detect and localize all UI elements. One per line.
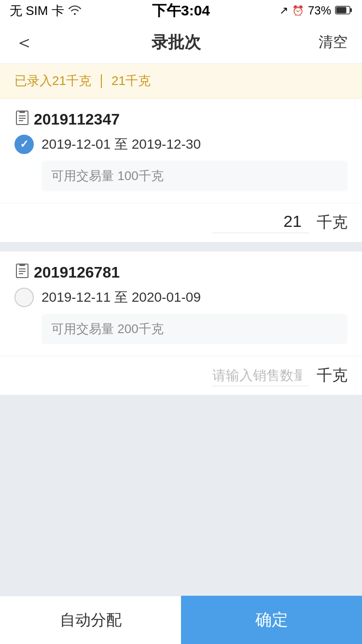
batch2-available-qty: 可用交易量 200千克 bbox=[42, 314, 348, 344]
total-label: 21千克 bbox=[111, 72, 151, 89]
batch1-date-row: ✓ 2019-12-01 至 2019-12-30 bbox=[14, 135, 348, 154]
status-right: ↗ ⏰ 73% bbox=[279, 4, 352, 17]
location-icon: ↗ bbox=[279, 4, 288, 17]
auto-distribute-button[interactable]: 自动分配 bbox=[0, 596, 181, 644]
banner-divider bbox=[101, 74, 102, 88]
batch1-icon bbox=[14, 110, 30, 129]
svg-rect-2 bbox=[336, 7, 347, 14]
clear-button[interactable]: 清空 bbox=[319, 32, 348, 52]
status-bar: 无 SIM 卡 下午3:04 ↗ ⏰ 73% bbox=[0, 0, 362, 21]
batch2-date: 2019-12-11 至 2020-01-09 bbox=[42, 288, 201, 307]
batch2-qty-input[interactable] bbox=[212, 365, 309, 384]
batch1-header: 2019112347 bbox=[14, 110, 348, 129]
alarm-icon: ⏰ bbox=[292, 5, 304, 16]
no-sim-text: 无 SIM 卡 bbox=[10, 2, 64, 19]
batch2-icon bbox=[14, 263, 30, 282]
batch2-id: 2019126781 bbox=[34, 264, 120, 281]
batch-item-2: 2019126781 2019-12-11 至 2020-01-09 可用交易量… bbox=[0, 252, 362, 356]
batch1-input-row: 千克 bbox=[0, 203, 362, 242]
batch1-date: 2019-12-01 至 2019-12-30 bbox=[42, 135, 201, 154]
batch2-radio[interactable] bbox=[14, 288, 34, 307]
batch2-input-row: 千克 bbox=[0, 356, 362, 395]
batch1-radio[interactable]: ✓ bbox=[14, 135, 34, 154]
battery-text: 73% bbox=[308, 4, 331, 17]
batch1-input-container bbox=[212, 212, 309, 233]
confirm-button[interactable]: 确定 bbox=[181, 596, 362, 644]
section-separator bbox=[0, 242, 362, 252]
batch2-input-container bbox=[212, 365, 309, 386]
checkmark-icon: ✓ bbox=[20, 138, 28, 151]
batch1-id: 2019112347 bbox=[34, 111, 120, 128]
svg-rect-4 bbox=[19, 111, 25, 113]
batch2-unit: 千克 bbox=[317, 365, 348, 386]
batch1-qty-input[interactable] bbox=[212, 212, 309, 231]
footer: 自动分配 确定 bbox=[0, 596, 362, 644]
nav-bar: ＜ 录批次 清空 bbox=[0, 21, 362, 64]
back-button[interactable]: ＜ bbox=[14, 29, 34, 56]
battery-icon bbox=[335, 4, 352, 17]
svg-rect-9 bbox=[19, 264, 25, 266]
recorded-label: 已录入21千克 bbox=[14, 72, 91, 89]
status-time: 下午3:04 bbox=[152, 1, 210, 21]
info-banner: 已录入21千克 21千克 bbox=[0, 64, 362, 98]
batch1-available-qty: 可用交易量 100千克 bbox=[42, 161, 348, 191]
page-title: 录批次 bbox=[152, 31, 201, 54]
status-left: 无 SIM 卡 bbox=[10, 2, 82, 19]
batch-item-1: 2019112347 ✓ 2019-12-01 至 2019-12-30 可用交… bbox=[0, 98, 362, 203]
wifi-icon bbox=[68, 3, 82, 18]
batch1-unit: 千克 bbox=[317, 212, 348, 233]
batch2-date-row: 2019-12-11 至 2020-01-09 bbox=[14, 288, 348, 307]
batch2-header: 2019126781 bbox=[14, 263, 348, 282]
bottom-area bbox=[0, 395, 362, 598]
svg-rect-1 bbox=[350, 8, 352, 12]
